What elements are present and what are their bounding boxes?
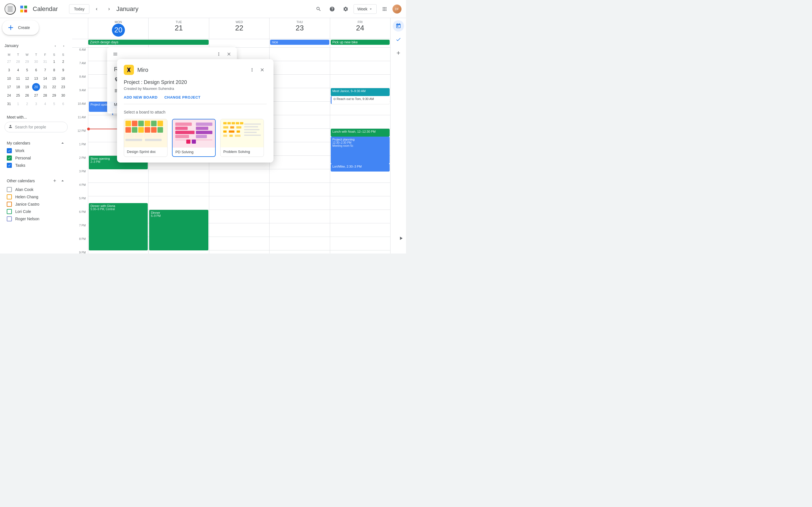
miro-more-button[interactable] — [248, 65, 257, 74]
next-button[interactable]: › — [104, 4, 114, 14]
calendar-item-work[interactable]: Work — [4, 147, 68, 154]
mini-cal-cell[interactable]: 5 — [23, 66, 31, 74]
mini-cal-cell[interactable]: 10 — [5, 75, 13, 82]
other-calendars-header[interactable]: Other calendars + — [4, 176, 68, 186]
my-calendars-header[interactable]: My calendars — [4, 139, 68, 147]
apps-button[interactable] — [379, 3, 390, 15]
popup-more-button[interactable] — [214, 50, 223, 59]
mini-cal-cell[interactable]: 31 — [5, 100, 13, 108]
zurich-event[interactable]: Zürich design days — [88, 40, 209, 45]
mini-cal-cell[interactable]: 24 — [5, 92, 13, 100]
calendar-item-personal[interactable]: Personal — [4, 154, 68, 162]
mini-cal-cell[interactable]: 11 — [14, 75, 22, 82]
add-right-button[interactable] — [393, 47, 404, 59]
time-2pm: 2 PM — [72, 156, 88, 169]
miro-actions: ADD NEW BOARD CHANGE PROJECT — [124, 95, 267, 104]
mini-cal-cell[interactable]: 1 — [14, 100, 22, 108]
mini-cal-cell[interactable]: 6 — [32, 66, 40, 74]
time-7am: 7 AM — [72, 61, 88, 75]
mini-cal-cell[interactable]: 29 — [50, 92, 58, 100]
mini-cal-cell[interactable]: 30 — [59, 92, 67, 100]
prev-button[interactable]: ‹ — [92, 4, 102, 14]
mini-cal-next[interactable]: › — [60, 42, 68, 50]
mini-cal-cell[interactable]: 5 — [50, 100, 58, 108]
calendar-item-roger[interactable]: Roger Nelson — [4, 215, 68, 223]
calendar-right-icon[interactable] — [393, 20, 404, 32]
mini-cal-cell[interactable]: 25 — [14, 92, 22, 100]
mini-cal-cell[interactable]: 27 — [32, 92, 40, 100]
dow-wed: WED — [209, 20, 269, 24]
calendar-item-helen[interactable]: Helen Chang — [4, 193, 68, 201]
mini-cal-cell[interactable]: 23 — [59, 83, 67, 91]
add-new-board-button[interactable]: ADD NEW BOARD — [124, 95, 158, 100]
problem-solving-board[interactable]: Problem Solving — [220, 119, 264, 157]
mini-cal-cell[interactable]: 9 — [59, 66, 67, 74]
mini-cal-cell[interactable]: 30 — [32, 58, 40, 66]
mini-cal-cell[interactable]: 2 — [59, 58, 67, 66]
mini-cal-cell[interactable]: 22 — [50, 83, 58, 91]
alan-checkbox — [7, 187, 12, 192]
pickup-bike-event[interactable]: Pick up new bike — [331, 40, 390, 45]
mini-cal-cell[interactable]: 4 — [41, 100, 49, 108]
create-button[interactable]: Create — [2, 20, 39, 35]
calendar-item-janice[interactable]: Janice Castro — [4, 201, 68, 208]
mini-cal-cell[interactable]: 19 — [23, 83, 31, 91]
mini-cal-cell[interactable]: 14 — [41, 75, 49, 82]
calendar-item-tasks[interactable]: Tasks — [4, 162, 68, 169]
design-sprint-board[interactable]: Design Sprint doc — [124, 119, 167, 157]
calendar-item-lori[interactable]: Lori Cole — [4, 208, 68, 215]
reach-out-tom-event[interactable]: ⊙ Reach out to Tom, 9:30 AM — [331, 96, 390, 104]
miro-header-actions — [248, 65, 267, 74]
mini-cal-cell[interactable]: 12 — [23, 75, 31, 82]
today-button[interactable]: Today — [69, 4, 89, 14]
mini-cal-cell[interactable]: 3 — [5, 66, 13, 74]
lunch-noah-event[interactable]: Lunch with Noah, 12–12:30 PM — [331, 129, 390, 136]
dinner-gloria-event[interactable]: Dinner with Gloria 5:30–9 PM, Central — [89, 203, 148, 250]
mini-cal-cell[interactable]: 1 — [50, 58, 58, 66]
nice-event[interactable]: nice — [270, 40, 329, 45]
mini-cal-cell[interactable]: 29 — [23, 58, 31, 66]
user-avatar[interactable]: DF — [393, 4, 402, 13]
hour-21 — [88, 250, 148, 253]
mini-cal-cell[interactable]: 27 — [5, 58, 13, 66]
task-right-icon[interactable] — [393, 34, 404, 45]
mini-cal-cell[interactable]: 15 — [50, 75, 58, 82]
mini-cal-cell[interactable]: 4 — [14, 66, 22, 74]
lori-mike-event[interactable]: Lori/Mike, 2:30–3 PM — [331, 164, 390, 172]
mini-cal-cell[interactable]: 7 — [41, 66, 49, 74]
popup-close-button[interactable] — [224, 50, 234, 59]
mini-cal-cell[interactable]: 8 — [50, 66, 58, 74]
mini-cal-cell[interactable]: 26 — [23, 92, 31, 100]
help-button[interactable] — [326, 3, 338, 15]
search-people-box[interactable]: Search for people — [4, 122, 68, 132]
mini-cal-cell[interactable]: 28 — [14, 58, 22, 66]
mini-cal-cell[interactable]: 2 — [23, 100, 31, 108]
meet-janice-event[interactable]: Meet Janice, 9–9:30 AM — [331, 88, 390, 96]
add-other-calendar[interactable]: + — [51, 177, 59, 185]
mini-cal-cell[interactable]: 28 — [41, 92, 49, 100]
mini-cal-today[interactable]: 20 — [32, 83, 40, 91]
other-collapse-icon — [60, 178, 65, 184]
svg-rect-34 — [223, 122, 227, 124]
mini-cal-cell[interactable]: 31 — [41, 58, 49, 66]
miro-close-button[interactable] — [258, 65, 267, 74]
pd-solving-board[interactable]: PD Solving — [172, 119, 216, 157]
mini-cal-cell[interactable]: 17 — [5, 83, 13, 91]
expand-icon[interactable] — [398, 235, 404, 242]
mini-cal-cell[interactable]: 18 — [14, 83, 22, 91]
menu-button[interactable] — [4, 3, 16, 15]
calendar-item-alan[interactable]: Alan Cook — [4, 186, 68, 193]
mini-cal-cell[interactable]: 21 — [41, 83, 49, 91]
change-project-button[interactable]: CHANGE PROJECT — [164, 95, 200, 100]
mini-cal-cell[interactable]: 6 — [59, 100, 67, 108]
project-planning-event[interactable]: Project planning 12:30–2:30 PM Meeting r… — [331, 136, 390, 164]
mini-cal-cell[interactable]: 16 — [59, 75, 67, 82]
settings-button[interactable] — [340, 3, 351, 15]
mini-cal-cell[interactable]: 3 — [32, 100, 40, 108]
day-header-f: F — [41, 52, 50, 57]
mini-cal-prev[interactable]: ‹ — [51, 42, 59, 50]
search-button[interactable] — [313, 3, 324, 15]
dinner-tue-event[interactable]: Dinner 6–9 PM — [149, 210, 208, 250]
view-selector[interactable]: Week — [354, 4, 377, 14]
mini-cal-cell[interactable]: 13 — [32, 75, 40, 82]
